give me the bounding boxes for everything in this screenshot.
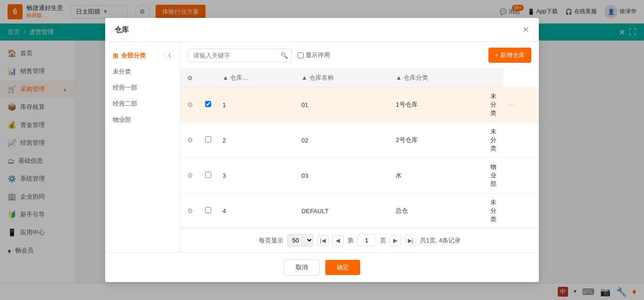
show-disabled-text: 显示停用 <box>305 51 330 59</box>
all-categories-header[interactable]: ⊞ 全部分类 《 <box>105 48 180 64</box>
col-name: ▲ 仓库名称 <box>296 69 390 87</box>
page-number-input[interactable] <box>357 234 376 246</box>
row-more-cell: ··· <box>504 87 539 123</box>
row-checkbox[interactable] <box>205 207 211 213</box>
grid-icon: ⊞ <box>113 52 118 59</box>
row-category-cell: 物业部 <box>485 158 504 193</box>
warehouse-table: ⚙ ▲ 仓库... ▲ 仓库名称 ▲ 仓库分类 <box>181 69 539 228</box>
row-more-button[interactable]: ··· <box>509 101 514 108</box>
show-disabled-checkbox[interactable] <box>297 52 304 58</box>
row-check-cell <box>199 193 217 228</box>
total-info: 共1页, 4条记录 <box>420 236 461 245</box>
col-gear: ⚙ <box>181 69 199 87</box>
row-num-cell: 4 <box>217 193 296 228</box>
row-num-cell: 2 <box>217 123 296 158</box>
row-gear-cell: ⚙ <box>181 158 199 193</box>
page-size-select[interactable]: 50 10 20 100 <box>287 234 314 247</box>
search-wrap: 🔍 <box>188 49 292 62</box>
cat-item-unclassified[interactable]: 未分类 <box>105 64 180 80</box>
table-row[interactable]: ⚙ 1 01 1号仓库 未分类 ··· <box>181 87 539 123</box>
col-check <box>199 69 217 87</box>
modal-body: ⊞ 全部分类 《 未分类 经营一部 经营二部 物业部 🔍 <box>105 42 539 252</box>
row-category-cell: 未分类 <box>485 87 504 123</box>
row-category-cell: 未分类 <box>485 193 504 228</box>
search-input[interactable] <box>188 49 292 62</box>
row-name-cell: 水 <box>390 158 484 193</box>
row-checkbox[interactable] <box>205 136 211 142</box>
search-icon[interactable]: 🔍 <box>281 52 288 59</box>
modal-toolbar: 🔍 显示停用 + 新增仓库 <box>181 42 539 69</box>
modal-overlay: 仓库 ✕ ⊞ 全部分类 《 未分类 经营一部 经营二部 物业部 <box>0 0 644 300</box>
row-checkbox[interactable] <box>205 101 211 107</box>
table-header-row: ⚙ ▲ 仓库... ▲ 仓库名称 ▲ 仓库分类 <box>181 69 539 87</box>
col-category: ▲ 仓库分类 <box>390 69 484 87</box>
modal-title: 仓库 <box>115 25 129 34</box>
modal-pagination: 每页显示 50 10 20 100 |◀ ◀ 第 页 ▶ ▶| 共1页, 4条记… <box>181 228 539 252</box>
confirm-button[interactable]: 确定 <box>325 260 360 275</box>
table-row[interactable]: ⚙ 3 03 水 物业部 <box>181 158 539 193</box>
row-code-cell: 03 <box>296 158 390 193</box>
prev-page-button[interactable]: ◀ <box>332 235 344 246</box>
row-gear-icon[interactable]: ⚙ <box>187 136 193 144</box>
cat-item-operations1[interactable]: 经营一部 <box>105 80 180 96</box>
table-row[interactable]: ⚙ 2 02 2号仓库 未分类 <box>181 123 539 158</box>
row-name-cell: 2号仓库 <box>390 123 484 158</box>
show-disabled-label: 显示停用 <box>297 51 330 59</box>
collapse-sidebar-button[interactable]: 《 <box>164 51 173 60</box>
row-category-cell: 未分类 <box>485 123 504 158</box>
add-warehouse-button[interactable]: + 新增仓库 <box>488 48 531 63</box>
row-name-cell: 1号仓库 <box>390 87 484 123</box>
row-gear-icon[interactable]: ⚙ <box>187 207 193 215</box>
modal-right-panel: 🔍 显示停用 + 新增仓库 ⚙ <box>181 42 539 252</box>
warehouse-modal: 仓库 ✕ ⊞ 全部分类 《 未分类 经营一部 经营二部 物业部 <box>105 18 539 282</box>
row-more-cell <box>504 193 539 228</box>
row-code-cell: 02 <box>296 123 390 158</box>
all-categories-label: 全部分类 <box>121 51 146 60</box>
modal-footer: 取消 确定 <box>105 252 539 282</box>
col-code: ▲ 仓库... <box>217 69 296 87</box>
row-gear-cell: ⚙ <box>181 193 199 228</box>
row-gear-cell: ⚙ <box>181 87 199 123</box>
row-gear-icon[interactable]: ⚙ <box>187 101 193 108</box>
category-sidebar: ⊞ 全部分类 《 未分类 经营一部 经营二部 物业部 <box>105 42 181 252</box>
per-page-label: 每页显示 <box>259 236 283 245</box>
row-check-cell <box>199 87 217 123</box>
row-gear-cell: ⚙ <box>181 123 199 158</box>
cat-item-operations2[interactable]: 经营二部 <box>105 96 180 112</box>
row-checkbox[interactable] <box>205 172 211 178</box>
row-more-cell <box>504 123 539 158</box>
modal-header: 仓库 ✕ <box>105 18 539 42</box>
row-more-cell <box>504 158 539 193</box>
row-code-cell: 01 <box>296 87 390 123</box>
row-check-cell <box>199 123 217 158</box>
cancel-button[interactable]: 取消 <box>284 259 320 275</box>
row-check-cell <box>199 158 217 193</box>
page-text: 第 <box>347 236 354 245</box>
last-page-button[interactable]: ▶| <box>405 235 416 246</box>
row-num-cell: 3 <box>217 158 296 193</box>
table-row[interactable]: ⚙ 4 DEFAULT 总仓 未分类 <box>181 193 539 228</box>
row-name-cell: 总仓 <box>390 193 484 228</box>
row-gear-icon[interactable]: ⚙ <box>187 172 193 179</box>
col-actions <box>485 69 504 87</box>
page-label: 页 <box>380 236 386 245</box>
modal-close-button[interactable]: ✕ <box>522 25 529 35</box>
row-code-cell: DEFAULT <box>296 193 390 228</box>
next-page-button[interactable]: ▶ <box>390 235 401 246</box>
row-num-cell: 1 <box>217 87 296 123</box>
first-page-button[interactable]: |◀ <box>317 235 329 246</box>
cat-item-property[interactable]: 物业部 <box>105 112 180 128</box>
